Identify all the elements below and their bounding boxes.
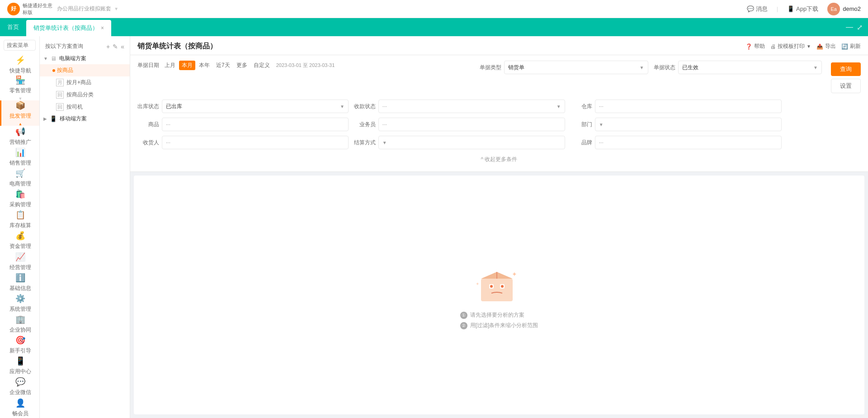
tab-close-icon[interactable]: × xyxy=(101,25,104,31)
sidebar-item-retail[interactable]: 🏪 零售管理 ▼ xyxy=(0,75,39,100)
empty-tip-2: ② 用[过滤]条件来缩小分析范围 xyxy=(460,322,538,329)
scheme-item-by-printer[interactable]: 回 按司机 xyxy=(40,101,130,113)
sidebar-item-system[interactable]: ⚙️ 系统管理 xyxy=(0,293,39,314)
product-control[interactable]: ··· xyxy=(162,118,349,131)
sidebar-item-basic[interactable]: ℹ️ 基础信息 xyxy=(0,272,39,293)
export-action[interactable]: 📤 导出 xyxy=(816,43,836,50)
logo-text-area: 畅捷通好生意 标版 xyxy=(23,2,52,15)
scheme-item-by-month-product[interactable]: 月 按月+商品 xyxy=(40,76,130,89)
content-area: 按以下方案查询 + ✎ « ▼ 🖥 电脑端方案 按商品 月 xyxy=(40,36,868,418)
sidebar-item-wholesale[interactable]: 📦 批发管理 ▲ xyxy=(0,100,39,126)
user-area[interactable]: Ea demo2 xyxy=(827,3,861,15)
help-action[interactable]: ❓ 帮助 xyxy=(745,43,765,50)
receiver-value: ··· xyxy=(166,139,170,146)
printer-icon: 回 xyxy=(56,103,64,111)
pc-group-icon: 🖥 xyxy=(51,55,57,62)
settlement-control[interactable]: ▼ xyxy=(378,136,565,149)
sidebar-item-finance[interactable]: 💰 资金管理 xyxy=(0,230,39,251)
receiptstatus-arrow: ▼ xyxy=(557,104,561,109)
sidebar-item-operations[interactable]: 📈 经营管理 xyxy=(0,251,39,272)
filter-salesman-item: 业务员 ··· xyxy=(354,118,571,131)
scheme-add-btn[interactable]: + xyxy=(106,43,110,50)
date-tab-this-month[interactable]: 本月 xyxy=(179,61,195,70)
doctype-control[interactable]: 销货单 ▼ xyxy=(504,61,648,74)
doctype-arrow: ▼ xyxy=(640,65,644,70)
sidebar-item-marketing[interactable]: 📢 营销推广 xyxy=(0,126,39,147)
brand-control[interactable]: ··· xyxy=(595,136,782,149)
sidebar-search-area xyxy=(0,36,39,54)
scheme-panel: 按以下方案查询 + ✎ « ▼ 🖥 电脑端方案 按商品 月 xyxy=(40,36,130,418)
filter-row-1: 单据日期 上月 本月 本年 近7天 更多 自定义 2023-03-01 至 20… xyxy=(137,61,861,95)
top-bar-left: 好 畅捷通好生意 标版 办公用品行业模拟账套 ▼ xyxy=(7,2,118,15)
app-name[interactable]: 办公用品行业模拟账套 ▼ xyxy=(57,5,118,13)
ecommerce-icon: 🛒 xyxy=(15,168,25,178)
tab-active[interactable]: 销货单统计表（按商品） × xyxy=(26,20,111,36)
month-icon: 月 xyxy=(56,79,64,86)
scheme-item-by-category[interactable]: 回 按商品分类 xyxy=(40,89,130,101)
scheme-edit-btn[interactable]: ✎ xyxy=(113,43,118,50)
member-icon: 👤 xyxy=(15,398,25,408)
docstatus-control[interactable]: 已生效 ▼ xyxy=(678,61,822,74)
sidebar-item-appcenter[interactable]: 📱 应用中心 xyxy=(0,356,39,376)
department-label: 部门 xyxy=(571,121,592,128)
department-control[interactable]: ▼ xyxy=(595,118,782,131)
refresh-action[interactable]: 🔄 刷新 xyxy=(841,43,861,50)
tab-home[interactable]: 首页 xyxy=(0,18,26,36)
date-tab-custom[interactable]: 自定义 xyxy=(251,61,273,70)
date-tab-this-year[interactable]: 本年 xyxy=(196,61,212,70)
sidebar-item-sales[interactable]: 📊 销售管理 xyxy=(0,147,39,167)
retail-icon: 🏪 xyxy=(15,75,25,85)
sidebar-item-member[interactable]: 👤 畅会员 xyxy=(0,397,39,418)
top-bar: 好 畅捷通好生意 标版 办公用品行业模拟账套 ▼ 💬 消息 | 📱 App下载 … xyxy=(0,0,868,18)
inventory-icon: 📋 xyxy=(15,210,25,220)
scheme-item-by-product[interactable]: 按商品 xyxy=(40,64,130,76)
pc-scheme-group-header[interactable]: ▼ 🖥 电脑端方案 xyxy=(40,53,130,64)
tab-bar-right: — ⤢ xyxy=(846,23,868,32)
date-filter-control: 上月 本月 本年 近7天 更多 自定义 2023-03-01 至 2023-03… xyxy=(162,61,335,70)
search-input[interactable] xyxy=(4,40,36,51)
docstatus-label: 单据状态 xyxy=(654,64,675,71)
empty-svg: ✦ ✦ xyxy=(472,261,526,306)
date-tab-7days[interactable]: 近7天 xyxy=(213,61,233,70)
filter-outstatus-item: 出库状态 已出库 ▼ xyxy=(137,100,354,113)
refresh-icon: 🔄 xyxy=(841,43,848,50)
tab-maximize-btn[interactable]: ⤢ xyxy=(857,23,863,32)
filter-warehouse-item: 仓库 ··· xyxy=(571,100,787,113)
date-tab-last-month[interactable]: 上月 xyxy=(162,61,178,70)
print-action[interactable]: 🖨 按模板打印 ▼ xyxy=(770,43,811,50)
scheme-collapse-btn[interactable]: « xyxy=(121,43,124,50)
query-button[interactable]: 查询 xyxy=(831,62,861,76)
user-name: demo2 xyxy=(843,5,861,12)
salesman-control[interactable]: ··· xyxy=(378,118,565,131)
outstatus-control[interactable]: 已出库 ▼ xyxy=(162,100,349,113)
sidebar-item-wechat[interactable]: 💬 企业微信 xyxy=(0,376,39,397)
settings-button[interactable]: 设置 xyxy=(831,79,861,93)
receiptstatus-control[interactable]: ··· ▼ xyxy=(378,100,565,113)
filter-area: 单据日期 上月 本月 本年 近7天 更多 自定义 2023-03-01 至 20… xyxy=(130,55,868,172)
print-icon: 🖨 xyxy=(770,43,776,50)
warehouse-control[interactable]: ··· xyxy=(595,100,782,113)
tab-minimize-btn[interactable]: — xyxy=(846,23,853,31)
receiptstatus-value: ··· xyxy=(382,103,555,109)
sidebar-item-ecommerce[interactable]: 🛒 电商管理 xyxy=(0,167,39,188)
collapse-more-btn[interactable]: ^ 收起更多条件 xyxy=(137,153,861,166)
sidebar-item-newbie[interactable]: 🎯 新手引导 xyxy=(0,335,39,356)
sidebar-item-purchase[interactable]: 🛍️ 采购管理 xyxy=(0,189,39,209)
sidebar-item-enterprise[interactable]: 🏢 企业协同 xyxy=(0,314,39,334)
date-tab-more[interactable]: 更多 xyxy=(234,61,250,70)
svg-rect-0 xyxy=(481,279,513,301)
receiver-control[interactable]: ··· xyxy=(162,136,349,149)
sidebar-item-quick-nav[interactable]: ⚡ 快捷导航 xyxy=(0,54,39,75)
filter-row-3: 商品 ··· 业务员 ··· 部门 ▼ xyxy=(137,118,861,131)
filter-row-2: 出库状态 已出库 ▼ 收款状态 ··· ▼ 仓库 xyxy=(137,100,861,113)
svg-text:✦: ✦ xyxy=(476,281,479,286)
filter-department-item: 部门 ▼ xyxy=(571,118,787,131)
filter-brand-item: 品牌 ··· xyxy=(571,136,787,149)
message-nav-item[interactable]: 💬 消息 xyxy=(747,5,768,13)
scheme-panel-header: 按以下方案查询 + ✎ « xyxy=(40,40,130,53)
empty-tip-list: ① 请先选择要分析的方案 ② 用[过滤]条件来缩小分析范围 xyxy=(460,311,538,329)
mobile-scheme-group[interactable]: ▶ 📱 移动端方案 xyxy=(40,113,130,124)
app-download-nav-item[interactable]: 📱 App下载 xyxy=(787,5,818,13)
sidebar-item-inventory[interactable]: 📋 库存核算 xyxy=(0,209,39,230)
date-tabs: 上月 本月 本年 近7天 更多 自定义 xyxy=(162,61,273,70)
